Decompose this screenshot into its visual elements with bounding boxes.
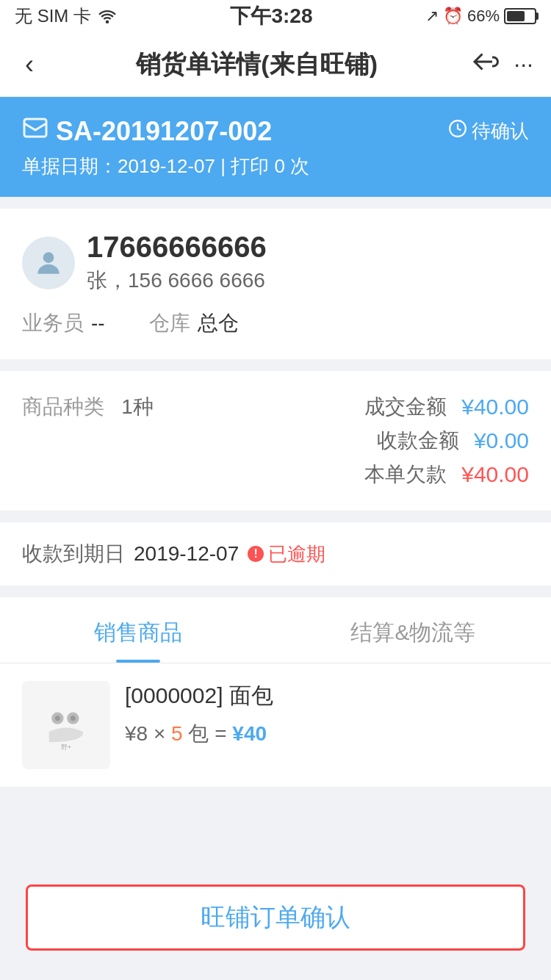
more-button[interactable]: ··· [514,51,533,78]
nav-bar: ‹ 销货单详情(来自旺铺) ··· [0,32,551,97]
battery-percent: 66% [467,7,500,26]
confirm-btn-wrap: 旺铺订单确认 [26,884,525,951]
header-top: SA-20191207-002 待确认 [22,115,529,148]
battery-icon [504,8,536,24]
multiply-sign: × [154,722,171,745]
product-qty: 5 [171,722,183,745]
product-total: ¥40 [232,722,267,745]
carrier-text: 无 SIM 卡 [15,4,91,28]
category-item: 商品种类 1种 [22,393,154,421]
alarm-icon: ⏰ [443,7,463,26]
product-info: [0000002] 面包 ¥8 × 5 包 = ¥40 [125,681,529,748]
customer-phone: 17666666666 [87,231,267,264]
tab-settlement[interactable]: 结算&物流等 [276,597,551,663]
product-title: 面包 [229,683,273,707]
equals-sign: = [215,722,232,745]
due-date-value: 2019-12-07 [134,542,239,566]
overdue-text: 已逾期 [268,541,325,567]
due-date-section: 收款到期日 2019-12-07 ! 已逾期 [0,522,551,586]
svg-point-2 [43,252,54,263]
order-id-icon [22,115,48,148]
product-code: [0000002] [125,683,223,707]
order-status-text: 待确认 [472,118,529,144]
summary-left: 商品种类 1种 [22,393,154,421]
overdue-dot-icon: ! [248,546,264,562]
category-value: 1种 [121,395,154,418]
customer-top: 17666666666 张，156 6666 6666 [22,231,529,295]
warehouse-item: 仓库 总仓 [149,309,239,337]
amount-label-1: 收款金额 [377,427,459,455]
amount-label-0: 成交金额 [364,393,447,421]
location-icon: ↗ [425,7,439,26]
status-left: 无 SIM 卡 [15,4,118,28]
amount-row-0: 成交金额 ¥40.00 [364,393,529,421]
confirm-order-button[interactable]: 旺铺订单确认 [26,884,525,951]
warehouse-value: 总仓 [198,309,239,337]
product-section: 野+ [0000002] 面包 ¥8 × 5 包 = ¥40 [0,663,551,787]
svg-rect-0 [24,119,46,137]
amount-value-1: ¥0.00 [474,428,529,453]
tab-products[interactable]: 销售商品 [0,597,276,663]
back-button[interactable]: ‹ [18,42,41,87]
tabs-section: 销售商品 结算&物流等 野+ [0000002] 面包 [0,597,551,787]
summary-right: 成交金额 ¥40.00 收款金额 ¥0.00 本单欠款 ¥40.00 [364,393,529,489]
order-status-badge: 待确认 [448,118,529,144]
salesperson-label: 业务员 [22,309,84,337]
salesperson-value: -- [91,311,105,335]
category-label: 商品种类 [22,395,104,418]
price-base: ¥8 [125,722,148,745]
order-header-card: SA-20191207-002 待确认 单据日期：2019-12-07 | 打印… [0,97,551,197]
amount-row-1: 收款金额 ¥0.00 [377,427,529,455]
order-date: 单据日期：2019-12-07 | 打印 0 次 [22,154,529,179]
svg-point-6 [71,716,76,721]
product-price: ¥8 × 5 包 = ¥40 [125,720,529,748]
customer-meta: 业务员 -- 仓库 总仓 [22,309,529,337]
amount-label-2: 本单欠款 [364,461,447,489]
nav-actions: ··· [472,48,533,81]
svg-text:野+: 野+ [61,743,71,751]
amount-row-2: 本单欠款 ¥40.00 [364,461,529,489]
product-name: [0000002] 面包 [125,681,529,711]
page-title: 销货单详情(来自旺铺) [136,48,378,82]
product-item: 野+ [0000002] 面包 ¥8 × 5 包 = ¥40 [22,681,529,769]
amount-value-0: ¥40.00 [461,394,529,419]
customer-phone-info: 17666666666 张，156 6666 6666 [87,231,267,295]
status-clock-icon [448,119,467,143]
customer-section: 17666666666 张，156 6666 6666 业务员 -- 仓库 总仓 [0,209,551,359]
amount-value-2: ¥40.00 [461,462,529,487]
product-unit: 包 [188,722,209,745]
status-time: 下午3:28 [230,2,312,30]
wifi-icon [97,9,118,24]
due-label: 收款到期日 [22,540,125,568]
warehouse-label: 仓库 [149,309,190,337]
summary-section: 商品种类 1种 成交金额 ¥40.00 收款金额 ¥0.00 本单欠款 ¥40.… [0,371,551,511]
customer-name: 张，156 6666 6666 [87,267,267,295]
tabs-bar: 销售商品 结算&物流等 [0,597,551,663]
status-right: ↗ ⏰ 66% [425,7,536,26]
status-bar: 无 SIM 卡 下午3:28 ↗ ⏰ 66% [0,0,551,32]
order-id: SA-20191207-002 [22,115,272,148]
overdue-badge: ! 已逾期 [248,541,325,567]
svg-point-4 [55,716,60,721]
share-button[interactable] [472,48,499,81]
salesperson-item: 业务员 -- [22,309,105,337]
customer-avatar [22,237,75,289]
product-thumbnail: 野+ [22,681,110,769]
